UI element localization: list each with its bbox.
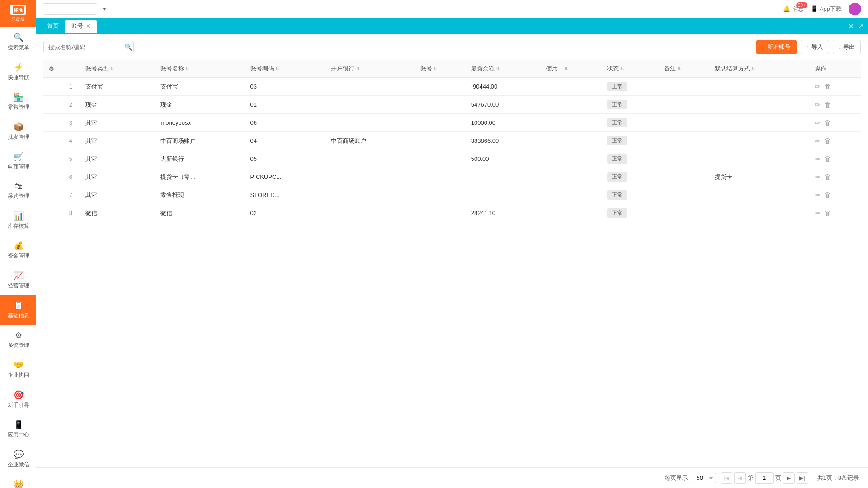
row-bank (327, 186, 417, 204)
sidebar-item-funds[interactable]: 💰资金管理 (0, 235, 36, 265)
row-remark (660, 78, 711, 96)
status-badge: 正常 (607, 136, 627, 145)
sidebar-item-inventory[interactable]: 📊库存核算 (0, 206, 36, 235)
sidebar-item-purchase[interactable]: 🛍采购管理 (0, 176, 36, 206)
tab-accounts[interactable]: 账号 ✕ (65, 20, 97, 33)
sidebar-item-ecommerce[interactable]: 🛒电商管理 (0, 146, 36, 176)
th-status[interactable]: 状态⇅ (604, 60, 660, 78)
sidebar-icon-wechat: 💬 (14, 450, 24, 460)
edit-btn[interactable]: ✏ (815, 209, 821, 217)
th-usage[interactable]: 使用...⇅ (542, 60, 604, 78)
delete-btn[interactable]: 🗑 (824, 155, 831, 163)
row-type: 其它 (82, 114, 157, 132)
delete-btn[interactable]: 🗑 (824, 101, 831, 108)
search-input[interactable] (44, 42, 121, 53)
edit-btn[interactable]: ✏ (815, 173, 821, 181)
th-name[interactable]: 账号名称⇅ (157, 60, 246, 78)
delete-btn[interactable]: 🗑 (824, 209, 831, 217)
add-account-button[interactable]: + 新增账号 (756, 40, 797, 54)
row-num: 2 (60, 96, 82, 114)
app-download-btn[interactable]: 📱 App下载 (811, 5, 842, 13)
sidebar-label-inventory: 库存核算 (8, 222, 29, 230)
row-actions: ✏ 🗑 (811, 150, 861, 168)
sidebar-item-basic-info[interactable]: 📋基础信息 (0, 295, 36, 325)
sidebar-item-member[interactable]: 👑畅会员 (0, 474, 36, 488)
edit-btn[interactable]: ✏ (815, 83, 821, 91)
delete-btn[interactable]: 🗑 (824, 83, 831, 90)
status-badge: 正常 (607, 82, 627, 91)
row-balance: 10000.00 (467, 114, 543, 132)
user-avatar[interactable] (849, 3, 861, 15)
tab-home[interactable]: 首页 (41, 20, 65, 33)
row-remark (660, 114, 711, 132)
th-type[interactable]: 账号类型⇅ (82, 60, 157, 78)
tab-fullscreen-icon[interactable]: ⤢ (858, 22, 863, 31)
th-remark[interactable]: 备注⇅ (660, 60, 711, 78)
sidebar-item-system[interactable]: ⚙系统管理 (0, 325, 36, 355)
status-badge: 正常 (607, 118, 627, 127)
row-account (417, 204, 467, 222)
sidebar-label-guide: 新手引导 (8, 401, 29, 409)
sidebar-item-app-center[interactable]: 📱应用中心 (0, 414, 36, 444)
edit-btn[interactable]: ✏ (815, 101, 821, 109)
th-default[interactable]: 默认结算方式⇅ (711, 60, 811, 78)
sidebar-item-wholesale[interactable]: 📦批发管理 (0, 117, 36, 146)
edit-btn[interactable]: ✏ (815, 155, 821, 163)
prev-page-btn[interactable]: ◀ (734, 472, 746, 484)
th-account[interactable]: 账号⇅ (417, 60, 467, 78)
th-bank[interactable]: 开户银行⇅ (327, 60, 417, 78)
tab-minimize-icon[interactable]: ✕ (848, 22, 854, 31)
delete-btn[interactable]: 🗑 (824, 119, 831, 127)
sidebar-item-quick-nav[interactable]: ⚡快捷导航 (0, 57, 36, 87)
first-page-btn[interactable]: |◀ (721, 472, 732, 484)
delete-btn[interactable]: 🗑 (824, 191, 831, 199)
tab-close-icon[interactable]: ✕ (86, 23, 90, 29)
edit-btn[interactable]: ✏ (815, 119, 821, 127)
table-container: ⚙ 账号类型⇅ 账号名称⇅ 账号编码⇅ 开户银行⇅ 账号⇅ 最新余额⇅ 使用..… (36, 60, 868, 467)
row-balance (467, 168, 543, 186)
row-gear (43, 168, 60, 186)
th-gear[interactable]: ⚙ (43, 60, 60, 78)
row-usage (542, 114, 604, 132)
delete-btn[interactable]: 🗑 (824, 173, 831, 181)
edit-btn[interactable]: ✏ (815, 137, 821, 145)
row-account (417, 132, 467, 150)
import-button[interactable]: ↑ 导入 (801, 40, 829, 54)
row-name: 大新银行 (157, 150, 246, 168)
row-remark (660, 204, 711, 222)
header-search-input[interactable] (43, 3, 97, 15)
row-balance: -90444.00 (467, 78, 543, 96)
sidebar-item-guide[interactable]: 🎯新手引导 (0, 385, 36, 414)
th-balance[interactable]: 最新余额⇅ (467, 60, 543, 78)
row-gear (43, 78, 60, 96)
row-actions: ✏ 🗑 (811, 114, 861, 132)
sidebar-label-funds: 资金管理 (8, 252, 29, 260)
header-dropdown[interactable]: ▼ (102, 6, 107, 12)
status-badge: 正常 (607, 190, 627, 200)
sidebar-icon-member: 👑 (14, 479, 24, 488)
edit-btn[interactable]: ✏ (815, 191, 821, 199)
sidebar-item-wechat[interactable]: 💬企业微信 (0, 444, 36, 474)
row-default (711, 114, 811, 132)
th-code[interactable]: 账号编码⇅ (247, 60, 327, 78)
sidebar-item-operations[interactable]: 📈经营管理 (0, 265, 36, 295)
sidebar-item-retail[interactable]: 🏪零售管理 (0, 87, 36, 117)
row-bank (327, 204, 417, 222)
row-num: 7 (60, 186, 82, 204)
sidebar-nav: 🔍搜索菜单⚡快捷导航🏪零售管理📦批发管理🛒电商管理🛍采购管理📊库存核算💰资金管理… (0, 27, 36, 488)
search-button[interactable]: 🔍 (121, 41, 134, 53)
sidebar-item-enterprise[interactable]: 🤝企业协同 (0, 355, 36, 385)
row-usage (542, 204, 604, 222)
sidebar-item-search-menu[interactable]: 🔍搜索菜单 (0, 27, 36, 57)
message-btn[interactable]: 🔔 消息 99+ (783, 5, 804, 13)
export-button[interactable]: ↓ 导出 (833, 40, 861, 54)
status-badge: 正常 (607, 172, 627, 182)
per-page-select[interactable]: 50 100 200 (693, 473, 716, 483)
row-remark (660, 150, 711, 168)
row-status: 正常 (604, 204, 660, 222)
page-input[interactable] (755, 472, 774, 484)
last-page-btn[interactable]: ▶| (797, 472, 808, 484)
next-page-btn[interactable]: ▶ (783, 472, 795, 484)
delete-btn[interactable]: 🗑 (824, 137, 831, 145)
row-bank (327, 114, 417, 132)
